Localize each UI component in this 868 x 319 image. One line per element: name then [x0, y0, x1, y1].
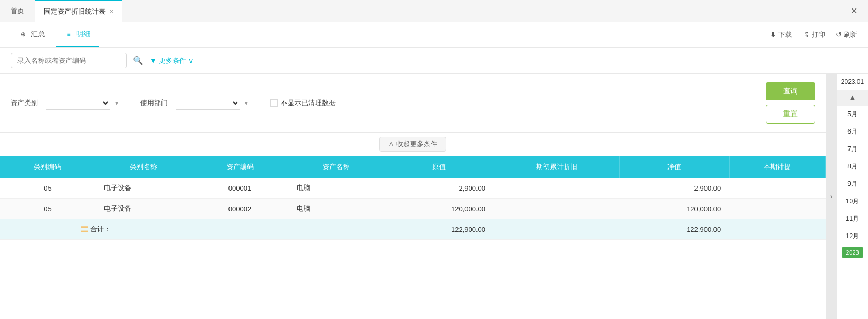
cell-accumulated-depreciation [494, 199, 619, 219]
asset-type-select[interactable] [46, 96, 110, 110]
cell-category-name: 电子设备 [96, 178, 192, 199]
cell-category-code: 05 [0, 199, 96, 219]
total-asset-name [288, 219, 384, 240]
total-icon: ▤ [81, 225, 88, 233]
table-header-row: 类别编码 类别名称 资产编码 资产名称 原值 期初累计折旧 净值 本期计提 [0, 156, 826, 178]
asset-type-filter: 资产类别 ▼ [11, 96, 119, 110]
filter-button[interactable]: ▼ 更多条件 ∨ [150, 56, 194, 65]
total-current-period [729, 219, 825, 240]
date-month-9[interactable]: 9月 [845, 175, 860, 193]
date-year-header: 2023.01 [839, 74, 866, 90]
hide-cleared-checkbox[interactable] [270, 99, 278, 107]
department-arrow-icon: ▼ [244, 100, 249, 106]
home-tab[interactable]: 首页 [0, 0, 35, 22]
collapse-bar: ∧ 收起更多条件 [0, 133, 826, 156]
refresh-button[interactable]: ↺ 刷新 [836, 30, 857, 40]
cell-asset-name: 电脑 [288, 178, 384, 199]
asset-type-label: 资产类别 [11, 98, 42, 108]
cell-asset-code: 000001 [192, 178, 288, 199]
sub-tabs: ⊕ 汇总 ≡ 明细 [11, 22, 99, 47]
cell-original-value: 2,900.00 [384, 178, 494, 199]
filter-row: 资产类别 ▼ 使用部门 ▼ [11, 82, 815, 124]
active-tab[interactable]: 固定资产折旧统计表 × [35, 0, 122, 22]
col-category-name: 类别名称 [96, 156, 192, 178]
cell-category-code: 05 [0, 178, 96, 199]
col-net-value: 净值 [619, 156, 729, 178]
asset-type-arrow-icon: ▼ [114, 100, 119, 106]
date-panel: 2023.01 ▲ 5月 6月 7月 8月 9月 10月 11月 12月 202… [836, 74, 868, 319]
hide-cleared-filter: 不显示已清理数据 [270, 98, 336, 108]
table-row: 05 电子设备 000001 电脑 2,900.00 2,900.00 [0, 178, 826, 199]
col-category-code: 类别编码 [0, 156, 96, 178]
total-label: ▤ 合计： [0, 219, 192, 240]
active-tab-label: 固定资产折旧统计表 [44, 7, 106, 16]
date-current-year[interactable]: 2023 [842, 247, 863, 258]
download-label: 下载 [778, 30, 792, 40]
department-label: 使用部门 [140, 98, 172, 108]
date-up-button[interactable]: ▲ [837, 90, 868, 106]
date-month-12[interactable]: 12月 [844, 228, 861, 245]
total-row: ▤ 合计： 122,900.00 122,900.00 [0, 219, 826, 240]
toolbar-actions: ⬇ 下载 🖨 打印 ↺ 刷新 [770, 30, 857, 40]
search-bar: 🔍 ▼ 更多条件 ∨ [0, 48, 868, 74]
cell-current-period [729, 199, 825, 219]
col-asset-name: 资产名称 [288, 156, 384, 178]
tab-detail[interactable]: ≡ 明细 [56, 22, 99, 47]
cell-asset-code: 000002 [192, 199, 288, 219]
window-close-button[interactable]: ✕ [840, 6, 868, 16]
cell-current-period [729, 178, 825, 199]
expand-panel-arrow[interactable]: › [826, 74, 836, 319]
download-icon: ⬇ [770, 31, 776, 39]
col-accumulated-depreciation: 期初累计折旧 [494, 156, 619, 178]
date-month-10[interactable]: 10月 [844, 193, 861, 210]
total-accumulated-depreciation [494, 219, 619, 240]
collapse-label: ∧ 收起更多条件 [388, 139, 437, 149]
cell-asset-name: 电脑 [288, 199, 384, 219]
summary-icon: ⊕ [19, 30, 27, 39]
table-container: 类别编码 类别名称 资产编码 资产名称 原值 期初累计折旧 净值 本期计提 05… [0, 156, 826, 319]
query-button[interactable]: 查询 [766, 82, 815, 100]
hide-cleared-label: 不显示已清理数据 [281, 98, 336, 108]
department-select[interactable] [176, 96, 240, 110]
date-month-8[interactable]: 8月 [845, 158, 860, 175]
col-current-period: 本期计提 [729, 156, 825, 178]
search-icon[interactable]: 🔍 [133, 55, 144, 65]
data-table: 类别编码 类别名称 资产编码 资产名称 原值 期初累计折旧 净值 本期计提 05… [0, 156, 826, 240]
filter-buttons: 查询 重置 [766, 82, 815, 124]
cell-category-name: 电子设备 [96, 199, 192, 219]
refresh-label: 刷新 [844, 30, 857, 40]
search-input[interactable] [11, 53, 127, 68]
total-original-value: 122,900.00 [384, 219, 494, 240]
date-month-11[interactable]: 11月 [844, 210, 861, 228]
print-button[interactable]: 🖨 打印 [803, 30, 825, 40]
refresh-icon: ↺ [836, 31, 842, 39]
download-button[interactable]: ⬇ 下载 [770, 30, 792, 40]
department-filter: 使用部门 ▼ [140, 96, 249, 110]
total-net-value: 122,900.00 [619, 219, 729, 240]
collapse-button[interactable]: ∧ 收起更多条件 [379, 137, 446, 152]
date-month-7[interactable]: 7月 [845, 140, 860, 158]
table-row: 05 电子设备 000002 电脑 120,000.00 120,000.00 [0, 199, 826, 219]
filter-icon: ▼ [150, 57, 157, 64]
chevron-right-icon: › [830, 193, 832, 200]
tab-detail-label: 明细 [76, 30, 91, 39]
col-asset-code: 资产编码 [192, 156, 288, 178]
col-original-value: 原值 [384, 156, 494, 178]
tab-summary[interactable]: ⊕ 汇总 [11, 22, 54, 47]
total-asset-code [192, 219, 288, 240]
filter-arrow-icon: ∨ [188, 57, 194, 64]
tab-summary-label: 汇总 [31, 30, 45, 39]
date-month-6[interactable]: 6月 [845, 123, 860, 140]
reset-button[interactable]: 重置 [766, 105, 815, 124]
print-icon: 🖨 [803, 31, 809, 39]
sub-tab-bar: ⊕ 汇总 ≡ 明细 ⬇ 下载 🖨 打印 ↺ 刷新 [0, 22, 868, 48]
tab-close-icon[interactable]: × [110, 8, 113, 15]
filter-label: 更多条件 [159, 56, 186, 65]
cell-net-value: 120,000.00 [619, 199, 729, 219]
date-month-5[interactable]: 5月 [845, 106, 860, 123]
cell-original-value: 120,000.00 [384, 199, 494, 219]
cell-accumulated-depreciation [494, 178, 619, 199]
detail-icon: ≡ [64, 30, 73, 39]
print-label: 打印 [812, 30, 825, 40]
filter-section: 资产类别 ▼ 使用部门 ▼ [0, 74, 826, 133]
